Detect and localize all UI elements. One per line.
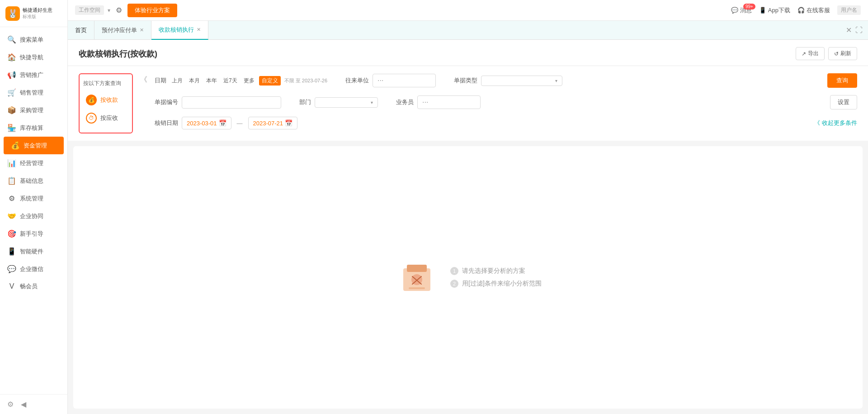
sidebar-icon-5: 🏪	[7, 124, 16, 132]
verify-date-field: 核销日期 2023-03-01 📅 — 2023-07-21 📅	[155, 117, 297, 129]
date-shortcuts: 上月 本月 本年 近7天 更多 自定义	[170, 76, 281, 86]
logo-icon: 🐰	[5, 6, 20, 21]
sidebar-item-畅会员[interactable]: V畅会员	[0, 278, 67, 295]
settings-bottom-icon[interactable]: ⚙	[7, 400, 14, 409]
date-more[interactable]: 更多	[242, 76, 256, 86]
calendar-start-icon[interactable]: 📅	[219, 119, 226, 127]
query-button[interactable]: 查询	[827, 73, 857, 88]
sidebar-icon-3: 🛒	[7, 88, 16, 97]
empty-tips: 1 请先选择要分析的方案 2 用[过滤]条件来缩小分析范围	[450, 267, 542, 288]
tab-verify[interactable]: 收款核销执行 ✕	[151, 21, 208, 40]
sidebar-icon-13: 💬	[7, 265, 16, 273]
verify-tab-close-icon[interactable]: ✕	[197, 27, 201, 33]
doc-type-select[interactable]: ▾	[481, 76, 562, 86]
sidebar-item-搜索菜单[interactable]: 🔍搜索菜单	[0, 31, 67, 48]
export-button[interactable]: ↗ 导出	[796, 47, 825, 60]
date-this-month[interactable]: 本月	[187, 76, 202, 86]
filter-by-receivable[interactable]: ⏱ 按应收	[83, 109, 128, 127]
sidebar-label-7: 经营管理	[20, 159, 43, 167]
export-icon: ↗	[802, 51, 806, 57]
sidebar-icon-8: 📋	[7, 176, 16, 185]
prepay-tab-label: 预付冲应付单	[102, 26, 137, 34]
sidebar-item-快捷导航[interactable]: 🏠快捷导航	[0, 48, 67, 66]
sidebar-item-营销推广[interactable]: 📢营销推广	[0, 66, 67, 84]
doc-no-input[interactable]	[182, 96, 281, 109]
calendar-end-icon[interactable]: 📅	[285, 119, 292, 127]
sidebar-item-企业协同[interactable]: 🤝企业协同	[0, 207, 67, 225]
filter-toggle-icon[interactable]: 《	[140, 73, 147, 85]
tab-home[interactable]: 首页	[68, 21, 94, 40]
sidebar-label-1: 快捷导航	[20, 53, 43, 62]
sidebar-icon-1: 🏠	[7, 53, 16, 62]
filter-type-selector: 按以下方案查询 💰 按收款 ⏱ 按应收	[79, 73, 133, 133]
refresh-button[interactable]: ↺ 刷新	[828, 47, 857, 60]
sidebar-item-销售管理[interactable]: 🛒销售管理	[0, 84, 67, 101]
sidebar-item-基础信息[interactable]: 📋基础信息	[0, 172, 67, 190]
staff-field: 业务员 ···	[396, 95, 481, 109]
sidebar-label-0: 搜索菜单	[20, 36, 43, 44]
sidebar-item-系统管理[interactable]: ⚙系统管理	[0, 190, 67, 207]
collapse-more-button[interactable]: 《 收起更多条件	[814, 119, 857, 127]
staff-select[interactable]: ···	[417, 95, 481, 109]
svg-rect-1	[407, 265, 427, 272]
date-7days[interactable]: 近7天	[222, 76, 239, 86]
content-area: 收款核销执行(按收款) ↗ 导出 ↺ 刷新 按以下方案查询 💰 按收款	[68, 40, 868, 414]
filter-row-2: 单据编号 部门 ▾ 业务员 ···	[155, 95, 857, 109]
receipt-label: 按收款	[100, 96, 118, 104]
staff-label: 业务员	[396, 98, 414, 106]
sidebar-icon-10: 🤝	[7, 212, 16, 220]
chevron-down-icon[interactable]: ▾	[108, 7, 110, 14]
sidebar-label-4: 采购管理	[20, 106, 43, 114]
sidebar-item-企业微信[interactable]: 💬企业微信	[0, 260, 67, 278]
export-label: 导出	[808, 50, 819, 57]
sidebar-label-11: 新手引导	[20, 230, 43, 238]
verify-date-start-val: 2023-03-01	[187, 120, 217, 127]
tab-expand-button[interactable]: ⛶	[855, 26, 863, 34]
setting-button[interactable]: 设置	[830, 95, 857, 109]
prepay-tab-close-icon[interactable]: ✕	[140, 27, 144, 33]
verify-date-start-input[interactable]: 2023-03-01 📅	[182, 117, 231, 129]
sidebar-item-经营管理[interactable]: 📊经营管理	[0, 154, 67, 172]
service-label: 在线客服	[807, 6, 830, 14]
doc-type-field: 单据类型 ▾	[454, 76, 562, 86]
sidebar-item-资金管理[interactable]: 💰资金管理	[4, 137, 64, 154]
doc-type-label: 单据类型	[454, 76, 477, 85]
sidebar: 🐰 畅捷通好生意 标准版 🔍搜索菜单🏠快捷导航📢营销推广🛒销售管理📦采购管理🏪库…	[0, 0, 68, 414]
sidebar-icon-9: ⚙	[7, 194, 16, 203]
sidebar-item-库存核算[interactable]: 🏪库存核算	[0, 119, 67, 137]
date-range-separator: —	[235, 120, 245, 127]
filter-form: 日期 上月 本月 本年 近7天 更多 自定义 不限 至 2023-07-26 往…	[155, 73, 857, 133]
doc-no-label: 单据编号	[155, 98, 178, 106]
sidebar-label-13: 企业微信	[20, 265, 43, 273]
sidebar-label-3: 销售管理	[20, 89, 43, 97]
message-button[interactable]: 💬 消息 99+	[731, 6, 752, 14]
sidebar-icon-6: 💰	[11, 141, 20, 150]
collapse-sidebar-icon[interactable]: ◀	[21, 400, 26, 409]
topbar-gear-icon[interactable]: ⚙	[116, 6, 122, 14]
date-last-month[interactable]: 上月	[170, 76, 184, 86]
date-label: 日期	[155, 76, 166, 85]
sidebar-item-采购管理[interactable]: 📦采购管理	[0, 101, 67, 119]
partner-label: 往来单位	[345, 76, 369, 85]
partner-select[interactable]: ···	[373, 74, 436, 87]
sidebar-menu: 🔍搜索菜单🏠快捷导航📢营销推广🛒销售管理📦采购管理🏪库存核算💰资金管理📊经营管理…	[0, 27, 67, 394]
sidebar-icon-0: 🔍	[7, 35, 16, 44]
date-limit: 不限 至 2023-07-26	[284, 77, 327, 84]
sidebar-item-智能硬件[interactable]: 📱智能硬件	[0, 243, 67, 260]
sidebar-item-新手引导[interactable]: 🎯新手引导	[0, 225, 67, 243]
filter-by-receipt[interactable]: 💰 按收款	[83, 91, 128, 109]
sidebar-label-5: 库存核算	[20, 124, 43, 132]
user-info[interactable]: 用户名	[837, 5, 861, 15]
solution-button[interactable]: 体验行业方案	[127, 4, 177, 17]
app-download-button[interactable]: 📱 App下载	[759, 6, 790, 14]
online-service-button[interactable]: 🎧 在线客服	[797, 6, 830, 14]
date-custom[interactable]: 自定义	[259, 76, 281, 86]
receivable-icon: ⏱	[86, 113, 97, 124]
partner-dots-icon: ···	[377, 76, 383, 85]
page-title: 收款核销执行(按收款)	[79, 48, 157, 65]
tab-prepay[interactable]: 预付冲应付单 ✕	[94, 21, 151, 40]
tab-close-all-button[interactable]: ✕	[846, 26, 852, 34]
dept-select[interactable]: ▾	[315, 97, 378, 108]
date-this-year[interactable]: 本年	[204, 76, 219, 86]
verify-date-end-input[interactable]: 2023-07-21 📅	[248, 117, 298, 129]
